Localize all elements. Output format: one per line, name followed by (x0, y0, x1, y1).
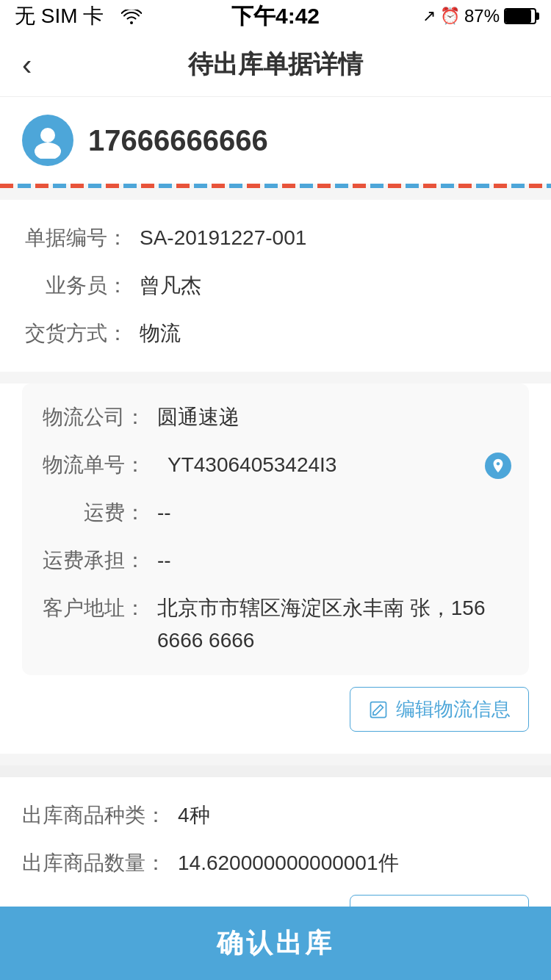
freight-bearer-value: -- (157, 544, 511, 577)
tracking-row: 物流单号： YT43064053424I3 (40, 449, 511, 482)
page-title: 待出库单据详情 (188, 48, 363, 82)
logistics-company-value: 圆通速递 (157, 401, 511, 434)
logistics-company-label: 物流公司： (40, 401, 157, 434)
map-pin-icon[interactable] (485, 453, 511, 479)
edit-logistics-button[interactable]: 编辑物流信息 (350, 687, 529, 732)
salesperson-row: 业务员： 曾凡杰 (22, 270, 529, 303)
goods-type-value: 4种 (178, 799, 529, 832)
back-button[interactable]: ‹ (22, 50, 32, 79)
salesperson-value: 曾凡杰 (140, 270, 529, 303)
document-info-section: 单据编号： SA-20191227-001 业务员： 曾凡杰 交货方式： 物流 (0, 200, 551, 372)
customer-phone: 17666666666 (88, 124, 268, 157)
section-divider-1 (0, 765, 551, 777)
tracking-number-value: YT43064053424I3 (168, 449, 475, 482)
battery-icon (504, 8, 536, 24)
avatar (22, 115, 73, 166)
goods-quantity-value: 14.620000000000001件 (178, 847, 529, 880)
location-pin-icon (490, 458, 506, 474)
dashed-divider (0, 184, 551, 188)
freight-bearer-label: 运费承担： (40, 544, 157, 577)
status-bar: 无 SIM 卡 下午4:42 ↗ ⏰ 87% (0, 0, 551, 32)
address-row: 客户地址： 北京市市辖区海淀区永丰南 张，156 6666 6666 (40, 592, 511, 658)
logistics-section: 物流公司： 圆通速递 物流单号： YT43064053424I3 运费： -- … (0, 383, 551, 754)
edit-logistics-label: 编辑物流信息 (396, 696, 511, 722)
goods-type-row: 出库商品种类： 4种 (22, 799, 529, 832)
status-bar-right: ↗ ⏰ 87% (422, 6, 536, 26)
freight-label: 运费： (40, 497, 157, 530)
goods-quantity-label: 出库商品数量： (22, 847, 178, 880)
bottom-bar: 确认出库 (0, 907, 551, 980)
doc-number-row: 单据编号： SA-20191227-001 (22, 222, 529, 255)
svg-point-1 (35, 143, 61, 159)
delivery-method-row: 交货方式： 物流 (22, 317, 529, 350)
battery-percent: 87% (464, 6, 500, 26)
freight-value: -- (157, 497, 511, 530)
edit-icon (368, 699, 389, 720)
confirm-outbound-button[interactable]: 确认出库 (217, 926, 334, 962)
delivery-method-value: 物流 (140, 317, 529, 350)
delivery-method-label: 交货方式： (22, 317, 140, 350)
freight-bearer-row: 运费承担： -- (40, 544, 511, 577)
freight-row: 运费： -- (40, 497, 511, 530)
wifi-icon (121, 10, 142, 26)
location-icon: ↗ (422, 7, 436, 26)
goods-type-label: 出库商品种类： (22, 799, 178, 832)
status-bar-time: 下午4:42 (231, 1, 320, 32)
nav-bar: ‹ 待出库单据详情 (0, 32, 551, 97)
edit-logistics-container: 编辑物流信息 (22, 687, 529, 732)
user-avatar-icon (29, 122, 66, 159)
logistics-company-row: 物流公司： 圆通速递 (40, 401, 511, 434)
logistics-card: 物流公司： 圆通速递 物流单号： YT43064053424I3 运费： -- … (22, 383, 529, 675)
doc-number-value: SA-20191227-001 (140, 222, 529, 255)
salesperson-label: 业务员： (22, 270, 140, 303)
svg-point-0 (40, 128, 55, 143)
goods-quantity-row: 出库商品数量： 14.620000000000001件 (22, 847, 529, 880)
customer-header: 17666666666 (0, 97, 551, 184)
status-bar-carrier: 无 SIM 卡 (15, 2, 142, 30)
alarm-icon: ⏰ (440, 7, 460, 26)
address-value: 北京市市辖区海淀区永丰南 张，156 6666 6666 (157, 592, 511, 658)
address-label: 客户地址： (40, 592, 157, 625)
tracking-label: 物流单号： (40, 449, 157, 482)
doc-number-label: 单据编号： (22, 222, 140, 255)
